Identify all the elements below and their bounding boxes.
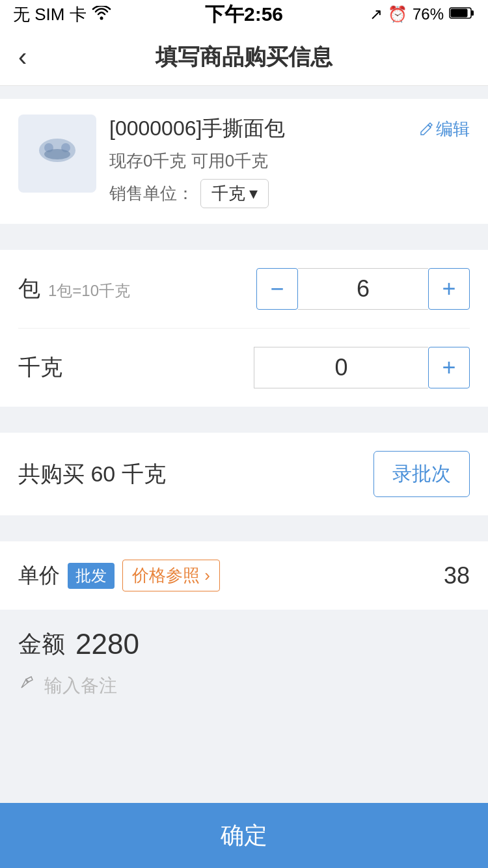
bag-controls: − + [256,268,470,310]
price-row: 单价 批发 价格参照 › 38 [18,560,470,591]
bag-decrement-button[interactable]: − [256,268,298,310]
amount-label: 金额 [18,629,65,660]
svg-point-0 [100,16,103,20]
bag-label: 包 [18,274,40,304]
product-card: [0000006]手撕面包 编辑 现存0千克 可用0千克 销售单位： 千克 ▾ [0,99,488,224]
dropdown-icon: ▾ [249,183,258,204]
amount-row: 金额 2280 [18,628,470,660]
status-left: 无 SIM 卡 [13,3,111,26]
page-title: 填写商品购买信息 [156,42,332,72]
bag-increment-button[interactable]: + [428,268,470,310]
amount-value: 2280 [75,628,139,660]
remark-row[interactable]: 输入备注 [18,673,470,698]
summary-section: 共购买 60 千克 录批次 [0,433,488,515]
svg-rect-2 [471,10,474,16]
kg-quantity-input[interactable] [254,347,428,388]
nav-bar: ‹ 填写商品购买信息 [0,29,488,86]
bag-quantity-row: 包 1包=10千克 − + [18,250,470,329]
price-left: 单价 批发 价格参照 › [18,560,220,591]
price-section: 单价 批发 价格参照 › 38 [0,541,488,610]
divider-3 [0,515,488,528]
back-button[interactable]: ‹ [18,42,27,72]
product-thumbnail [18,115,96,193]
unit-value: 千克 [211,182,245,205]
divider-1 [0,224,488,237]
bag-section: 包 1包=10千克 − + 千克 + [0,250,488,407]
divider-2 [0,407,488,420]
back-icon: ‹ [18,42,27,71]
confirm-button[interactable]: 确定 [0,803,488,868]
status-time: 下午2:56 [205,1,283,28]
status-bar: 无 SIM 卡 下午2:56 ↗ ⏰ 76% [0,0,488,29]
price-ref-button[interactable]: 价格参照 › [122,560,220,591]
status-right: ↗ ⏰ 76% [370,5,475,23]
svg-point-7 [44,149,70,159]
location-icon: ↗ [370,5,383,23]
alarm-icon: ⏰ [388,5,407,23]
batch-button[interactable]: 录批次 [373,451,470,497]
remark-icon [18,675,36,698]
battery-icon [449,5,475,23]
svg-rect-3 [451,9,468,18]
kg-increment-button[interactable]: + [428,347,470,388]
price-ref-label: 价格参照 › [132,564,210,587]
wifi-icon [92,5,111,25]
price-value: 38 [444,562,470,590]
product-name-row: [0000006]手撕面包 编辑 [109,115,470,143]
bag-hint: 1包=10千克 [48,280,130,301]
product-info: [0000006]手撕面包 编辑 现存0千克 可用0千克 销售单位： 千克 ▾ [109,115,470,208]
price-label: 单价 [18,562,60,590]
remark-placeholder: 输入备注 [44,673,117,698]
unit-select[interactable]: 千克 ▾ [200,179,269,208]
edit-button[interactable]: 编辑 [419,118,470,141]
price-tag: 批发 [68,563,115,589]
amount-section: 金额 2280 输入备注 [0,610,488,711]
carrier-text: 无 SIM 卡 [13,3,87,26]
edit-label: 编辑 [436,118,470,141]
kg-controls: + [254,347,470,388]
product-unit-row: 销售单位： 千克 ▾ [109,179,470,208]
battery-text: 76% [413,5,444,23]
kg-quantity-row: 千克 + [18,329,470,407]
unit-label: 销售单位： [109,182,194,205]
summary-text: 共购买 60 千克 [18,459,166,489]
product-name: [0000006]手撕面包 [109,115,285,143]
bag-label-group: 包 1包=10千克 [18,274,130,304]
product-stock: 现存0千克 可用0千克 [109,150,470,172]
bag-quantity-input[interactable] [298,268,428,310]
kg-label: 千克 [18,353,62,383]
kg-label-group: 千克 [18,353,62,383]
